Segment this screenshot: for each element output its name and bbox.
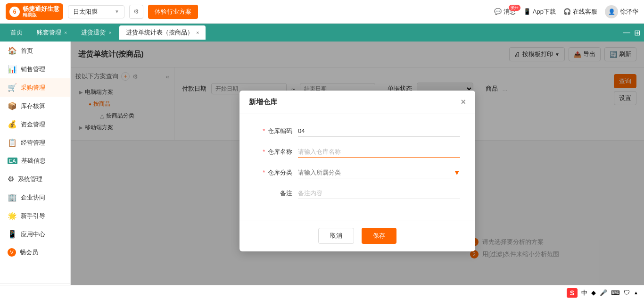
- sidebar-item-sales-label: 销售管理: [21, 65, 45, 74]
- modal-title: 新增仓库: [249, 98, 277, 107]
- sales-icon: 📊: [8, 65, 17, 74]
- enterprise-icon: 🏢: [8, 193, 17, 202]
- tab-accounts[interactable]: 账套管理 ×: [30, 25, 74, 40]
- sidebar-item-home-label: 首页: [21, 47, 33, 55]
- membership-icon: V: [8, 248, 16, 257]
- name-row: * 仓库名称: [255, 146, 460, 158]
- logo-text: 畅捷通好生意 精易版: [23, 5, 59, 18]
- category-label: * 仓库分类: [255, 168, 292, 177]
- trial-button[interactable]: 体验行业方案: [148, 5, 198, 19]
- logo-main: 畅捷通好生意: [23, 5, 59, 13]
- tab-bar: 首页 账套管理 × 进货退货 × 进货单统计表（按商品） × — ⊞: [0, 24, 644, 42]
- tab-bar-right: — ⊞: [623, 28, 640, 37]
- chevron-icon: ▼: [115, 9, 119, 14]
- tab-purchase-stats-close[interactable]: ×: [196, 30, 199, 35]
- app-download-item[interactable]: 📱 App下载: [523, 8, 556, 16]
- app-download-label: App下载: [533, 8, 556, 16]
- note-row: 备注: [255, 188, 460, 199]
- code-row: * 仓库编码: [255, 125, 460, 137]
- brand-s-icon: S: [567, 288, 578, 298]
- code-label: * 仓库编码: [255, 127, 292, 135]
- message-icon: 💬: [494, 8, 502, 15]
- sidebar-item-system[interactable]: ⚙ 系统管理: [0, 170, 70, 188]
- name-label: * 仓库名称: [255, 148, 292, 156]
- logo-area: 6 畅捷通好生意 精易版: [6, 3, 63, 20]
- sidebar-item-apps[interactable]: 📱 应用中心: [0, 225, 70, 243]
- modal-body: * 仓库编码 * 仓库名称: [239, 114, 475, 220]
- sidebar-item-system-label: 系统管理: [18, 175, 42, 183]
- store-name: 日太阳膜: [73, 8, 98, 16]
- modal-overlay: 新增仓库 × * 仓库编码 *: [71, 42, 644, 300]
- tab-max-icon[interactable]: ⊞: [634, 28, 640, 37]
- sidebar-item-finance[interactable]: 💰 资金管理: [0, 115, 70, 133]
- name-input[interactable]: [298, 146, 460, 158]
- sidebar-item-membership[interactable]: V 畅会员: [0, 243, 70, 261]
- sidebar-item-purchase-label: 采购管理: [21, 83, 45, 92]
- footer-dot-icon[interactable]: ◆: [591, 289, 596, 296]
- sidebar-item-home[interactable]: 🏠 首页: [0, 42, 70, 60]
- avatar: 👤: [605, 5, 618, 18]
- note-label: 备注: [255, 189, 292, 198]
- tab-home[interactable]: 首页: [4, 25, 29, 40]
- modal-header: 新增仓库 ×: [239, 91, 475, 114]
- sidebar-item-finance-label: 资金管理: [21, 120, 45, 129]
- sidebar-item-sales[interactable]: 📊 销售管理: [0, 60, 70, 78]
- note-input[interactable]: [298, 188, 460, 199]
- bottom-footer: S 中 ◆ 🎤 ⌨ 🛡 ▲: [0, 285, 644, 300]
- cancel-button[interactable]: 取消: [318, 228, 354, 244]
- category-dropdown-icon[interactable]: ▼: [454, 169, 460, 176]
- category-input[interactable]: [298, 167, 454, 178]
- sidebar-item-enterprise[interactable]: 🏢 企业协同: [0, 188, 70, 207]
- sidebar-item-guide[interactable]: 🌟 新手引导: [0, 207, 70, 225]
- sidebar-item-enterprise-label: 企业协同: [21, 193, 45, 202]
- settings-gear-button[interactable]: ⚙: [129, 5, 143, 19]
- sidebar-item-inventory[interactable]: 📦 库存核算: [0, 97, 70, 115]
- phone-icon: 📱: [523, 8, 531, 15]
- service-label: 在线客服: [573, 8, 597, 16]
- footer-mic-icon[interactable]: 🎤: [600, 289, 607, 296]
- content-area: 进货单统计(按商品) 🖨 按模板打印 ▼ 📤 导出 🔄 刷新: [71, 42, 644, 300]
- sidebar-item-base-info-label: 基础信息: [21, 157, 46, 165]
- footer-keyboard-icon[interactable]: ⌨: [611, 289, 620, 296]
- category-select-row: ▼: [298, 167, 460, 178]
- sidebar-item-inventory-label: 库存核算: [21, 102, 45, 110]
- finance-icon: 💰: [8, 120, 17, 129]
- main-layout: 🏠 首页 📊 销售管理 🛒 采购管理 📦 库存核算 💰 资金管理 📋 经营管理 …: [0, 42, 644, 300]
- service-item[interactable]: 🎧 在线客服: [563, 8, 597, 16]
- apps-icon: 📱: [8, 230, 17, 239]
- name-required-mark: *: [263, 148, 265, 155]
- sidebar-item-membership-label: 畅会员: [20, 248, 38, 257]
- system-icon: ⚙: [8, 175, 14, 183]
- sidebar-item-guide-label: 新手引导: [21, 212, 45, 220]
- save-button[interactable]: 保存: [362, 228, 396, 244]
- category-required-mark: *: [263, 169, 265, 176]
- sidebar-item-operations[interactable]: 📋 经营管理: [0, 133, 70, 152]
- category-row: * 仓库分类 ▼: [255, 167, 460, 178]
- sidebar-item-base-info[interactable]: EA 基础信息: [0, 152, 70, 170]
- modal: 新增仓库 × * 仓库编码 *: [239, 91, 475, 251]
- tab-accounts-close[interactable]: ×: [64, 30, 67, 35]
- base-info-icon: EA: [8, 158, 17, 164]
- code-input[interactable]: [298, 125, 460, 137]
- modal-close-button[interactable]: ×: [461, 97, 466, 107]
- logo-sub: 精易版: [23, 12, 59, 18]
- guide-icon: 🌟: [8, 211, 17, 220]
- tab-accounts-label: 账套管理: [37, 28, 61, 37]
- tab-purchase-return[interactable]: 进货退货 ×: [74, 25, 118, 40]
- footer-chinese-icon[interactable]: 中: [581, 289, 587, 297]
- tab-home-label: 首页: [10, 28, 23, 37]
- tab-purchase-return-close[interactable]: ×: [108, 30, 111, 35]
- purchase-icon: 🛒: [8, 83, 17, 92]
- footer-chevron-icon[interactable]: ▲: [634, 290, 638, 295]
- footer-shield-icon[interactable]: 🛡: [624, 289, 630, 296]
- store-selector[interactable]: 日太阳膜 ▼: [68, 5, 124, 18]
- code-required-mark: *: [263, 127, 265, 134]
- tab-purchase-return-label: 进货退货: [81, 28, 106, 37]
- inventory-icon: 📦: [8, 101, 17, 110]
- tab-min-icon[interactable]: —: [623, 28, 630, 37]
- home-icon: 🏠: [8, 46, 17, 55]
- message-item[interactable]: 💬 消息 99+: [494, 8, 516, 16]
- sidebar-item-purchase[interactable]: 🛒 采购管理: [0, 78, 70, 97]
- user-item[interactable]: 👤 徐泽华: [605, 5, 638, 18]
- tab-purchase-stats[interactable]: 进货单统计表（按商品） ×: [119, 25, 206, 40]
